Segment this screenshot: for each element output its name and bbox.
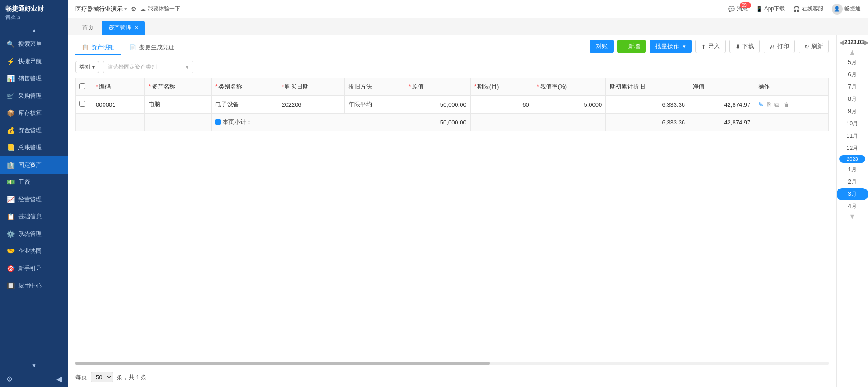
subtab-change-voucher-label: 变更生成凭证: [139, 43, 174, 51]
sidebar-scroll-down-button[interactable]: ▼: [0, 361, 68, 371]
right-panel-month-11[interactable]: 11月: [837, 130, 868, 142]
sidebar-item-payroll[interactable]: 💵 工资: [0, 174, 68, 191]
tab-close-icon[interactable]: ✕: [134, 25, 139, 31]
right-panel-month-10[interactable]: 10月: [837, 118, 868, 130]
sidebar-item-system[interactable]: ⚙️ 系统管理: [0, 225, 68, 243]
sidebar-item-fixed-assets[interactable]: 🏢 固定资产: [0, 156, 68, 174]
row-code: 000001: [96, 101, 115, 108]
import-button[interactable]: ⬆ 导入: [695, 40, 726, 53]
horizontal-scrollbar[interactable]: [75, 362, 829, 365]
month-5-label: 5月: [848, 59, 857, 65]
sidebar-item-inventory[interactable]: 📦 库存核算: [0, 104, 68, 122]
right-panel-month-5[interactable]: 5月: [837, 56, 868, 69]
per-page-label: 每页: [75, 373, 87, 382]
sidebar-item-ledger[interactable]: 📒 总账管理: [0, 139, 68, 156]
right-panel-month-4[interactable]: 4月: [837, 200, 868, 213]
collapse-icon[interactable]: ◀: [56, 375, 62, 383]
company-selector[interactable]: 医疗器械行业演示 ▾: [75, 5, 127, 13]
copy-icon[interactable]: ⎘: [767, 101, 771, 108]
td-actions: ✎ ⎘ ⧉ 🗑: [754, 96, 829, 114]
online-service-button[interactable]: 🎧 在线客服: [793, 5, 823, 13]
pagination-total: 条，共 1 条: [117, 373, 147, 382]
sidebar-item-operations[interactable]: 📈 经营管理: [0, 191, 68, 208]
reconcile-button[interactable]: 对账: [590, 40, 614, 53]
sidebar-item-quicknav[interactable]: ⚡ 快捷导航: [0, 53, 68, 70]
user-profile-button[interactable]: 👤 畅捷通: [832, 4, 861, 15]
sidebar-scroll-up-button[interactable]: ▲: [0, 25, 68, 35]
month-11-label: 11月: [847, 133, 858, 139]
sidebar-logo: 畅捷通好业财 普及版: [0, 0, 68, 25]
th-category-label: 类别名称: [218, 83, 242, 90]
right-panel-month-6[interactable]: 6月: [837, 69, 868, 81]
th-acc-dep-label: 期初累计折旧: [610, 83, 645, 90]
sidebar-item-guide[interactable]: 🎯 新手引导: [0, 260, 68, 277]
sidebar-item-app-center[interactable]: 🔲 应用中心: [0, 277, 68, 294]
payroll-icon: 💵: [6, 178, 15, 186]
subtab-bar: 📋 资产明细 📄 变更生成凭证 对账 + 新增 批量操作 ▾: [68, 35, 836, 56]
company-settings-icon[interactable]: ⚙: [131, 5, 137, 13]
th-name: *资产名称: [145, 78, 211, 96]
duplicate-icon[interactable]: ⧉: [774, 101, 779, 109]
refresh-button[interactable]: ↻ 刷新: [799, 40, 829, 53]
edit-icon[interactable]: ✎: [758, 101, 764, 108]
topbar: 医疗器械行业演示 ▾ ⚙ ☁ 我要体验一下 💬 消息 99+ 📱 App下载 🎧…: [68, 0, 868, 18]
batch-operations-button[interactable]: 批量操作 ▾: [650, 40, 692, 53]
sidebar-item-purchase[interactable]: 🛒 采购管理: [0, 87, 68, 104]
category-select[interactable]: 类别 ▾: [75, 61, 99, 73]
sidebar-item-enterprise[interactable]: 🤝 企业协同: [0, 243, 68, 260]
subtab-change-voucher[interactable]: 📄 变更生成凭证: [123, 40, 181, 55]
category-input[interactable]: 请选择固定资产类别 ▾: [103, 61, 193, 73]
right-panel-scroll-down[interactable]: ▼: [837, 213, 868, 221]
guide-icon: 🎯: [6, 264, 15, 273]
th-depreciation-method: 折旧方法: [344, 78, 405, 96]
download-button[interactable]: ⬇ 下载: [729, 40, 760, 53]
sidebar-item-basic-info[interactable]: 📋 基础信息: [0, 208, 68, 225]
sidebar-item-search[interactable]: 🔍 搜索菜单: [0, 35, 68, 53]
tab-asset-management[interactable]: 资产管理 ✕: [102, 21, 145, 35]
th-period-label: 期限(月): [477, 83, 499, 90]
tab-home[interactable]: 首页: [75, 21, 100, 35]
scrollbar-thumb[interactable]: [75, 362, 490, 365]
th-period: *期限(月): [470, 78, 533, 96]
batch-dropdown-icon: ▾: [683, 43, 686, 50]
sidebar-item-label-operations: 经营管理: [18, 195, 42, 203]
right-panel-scroll-up[interactable]: ▲: [837, 48, 868, 56]
experience-button[interactable]: ☁ 我要体验一下: [140, 5, 180, 13]
tab-asset-management-label: 资产管理: [108, 24, 132, 32]
settings-icon[interactable]: ⚙: [6, 375, 13, 383]
right-panel-month-2[interactable]: 2月: [837, 176, 868, 188]
app-download-label: App下载: [764, 5, 785, 13]
right-panel-month-3[interactable]: 3月: [837, 188, 868, 200]
right-panel-expand-button[interactable]: ▶: [864, 39, 868, 46]
sidebar-item-funds[interactable]: 💰 资金管理: [0, 122, 68, 139]
right-panel-header: ◀ 2023.03 ▶: [837, 37, 868, 48]
right-panel-month-8[interactable]: 8月: [837, 93, 868, 105]
td-checkbox: [76, 96, 92, 114]
month-3-label: 3月: [848, 191, 857, 197]
right-panel-month-9[interactable]: 9月: [837, 105, 868, 118]
messages-button[interactable]: 💬 消息 99+: [728, 5, 748, 13]
subtab-asset-detail[interactable]: 📋 资产明细: [75, 40, 121, 55]
sidebar-item-sales[interactable]: 📊 销售管理: [0, 70, 68, 87]
sidebar-item-label-enterprise: 企业协同: [18, 247, 42, 255]
print-button[interactable]: 🖨 打印: [764, 40, 795, 53]
filter-left: 类别 ▾ 请选择固定资产类别 ▾: [75, 61, 193, 73]
td-subtotal-residual: [533, 114, 605, 131]
app-download-button[interactable]: 📱 App下载: [756, 5, 785, 13]
right-panel-month-7[interactable]: 7月: [837, 81, 868, 93]
td-net-value: 42,874.97: [689, 96, 754, 114]
row-checkbox[interactable]: [79, 101, 85, 107]
right-panel-month-1[interactable]: 1月: [837, 164, 868, 176]
select-all-checkbox[interactable]: [79, 83, 85, 89]
td-residual-rate: 5.0000: [533, 96, 605, 114]
asset-table: *编码 *资产名称 *类别名称 *购买日期 折旧方法 *原值 *期限(月) *残…: [75, 78, 829, 131]
td-name: 电脑: [145, 96, 211, 114]
content-area: 📋 资产明细 📄 变更生成凭证 对账 + 新增 批量操作 ▾: [68, 35, 868, 387]
right-panel-collapse-button[interactable]: ◀: [839, 39, 844, 46]
fixed-assets-icon: 🏢: [6, 161, 15, 169]
delete-icon[interactable]: 🗑: [783, 101, 789, 108]
right-panel-month-12[interactable]: 12月: [837, 142, 868, 154]
per-page-select[interactable]: 50: [91, 372, 113, 382]
new-button[interactable]: + 新增: [617, 40, 646, 53]
print-label: 打印: [777, 42, 789, 50]
